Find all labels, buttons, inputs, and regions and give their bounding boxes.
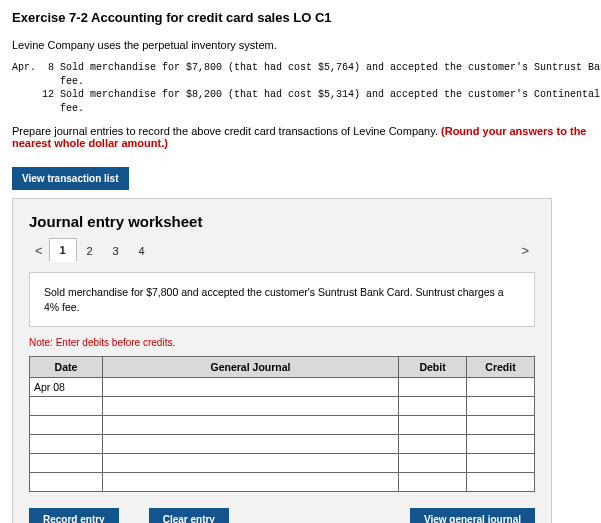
col-debit: Debit bbox=[399, 357, 467, 378]
debit-input[interactable] bbox=[399, 454, 466, 472]
instructions: Prepare journal entries to record the ab… bbox=[12, 125, 589, 149]
gj-input[interactable] bbox=[103, 416, 398, 434]
credit-input[interactable] bbox=[467, 397, 534, 415]
next-entry-button[interactable]: > bbox=[515, 243, 535, 258]
gj-input[interactable] bbox=[103, 454, 398, 472]
debit-input[interactable] bbox=[399, 473, 466, 491]
debit-input[interactable] bbox=[399, 378, 466, 396]
date-input[interactable] bbox=[30, 378, 102, 396]
credit-input[interactable] bbox=[467, 435, 534, 453]
table-row bbox=[30, 378, 535, 397]
tab-2[interactable]: 2 bbox=[77, 239, 103, 262]
date-input[interactable] bbox=[30, 416, 102, 434]
gj-input[interactable] bbox=[103, 397, 398, 415]
debit-input[interactable] bbox=[399, 416, 466, 434]
tab-bar: < 1 2 3 4 > bbox=[29, 238, 535, 262]
worksheet-buttons: Record entry Clear entry View general jo… bbox=[29, 508, 535, 523]
table-row bbox=[30, 416, 535, 435]
debit-input[interactable] bbox=[399, 435, 466, 453]
credit-input[interactable] bbox=[467, 473, 534, 491]
tab-4[interactable]: 4 bbox=[129, 239, 155, 262]
clear-entry-button[interactable]: Clear entry bbox=[149, 508, 229, 523]
view-general-journal-button[interactable]: View general journal bbox=[410, 508, 535, 523]
col-date: Date bbox=[30, 357, 103, 378]
intro-text: Levine Company uses the perpetual invent… bbox=[12, 39, 589, 51]
debit-input[interactable] bbox=[399, 397, 466, 415]
transaction-description: Sold merchandise for $7,800 and accepted… bbox=[29, 272, 535, 327]
date-input[interactable] bbox=[30, 473, 102, 491]
instruction-prefix: Prepare journal entries to record the ab… bbox=[12, 125, 441, 137]
date-input[interactable] bbox=[30, 397, 102, 415]
view-transaction-list-button[interactable]: View transaction list bbox=[12, 167, 129, 190]
transaction-list-text: Apr. 8 Sold merchandise for $7,800 (that… bbox=[12, 61, 589, 115]
page-title: Exercise 7-2 Accounting for credit card … bbox=[12, 10, 589, 25]
worksheet-title: Journal entry worksheet bbox=[29, 213, 535, 230]
col-credit: Credit bbox=[467, 357, 535, 378]
tab-1[interactable]: 1 bbox=[49, 238, 77, 262]
date-input[interactable] bbox=[30, 435, 102, 453]
debits-before-credits-note: Note: Enter debits before credits. bbox=[29, 337, 535, 348]
prev-entry-button[interactable]: < bbox=[29, 243, 49, 258]
table-row bbox=[30, 435, 535, 454]
journal-table: Date General Journal Debit Credit bbox=[29, 356, 535, 492]
credit-input[interactable] bbox=[467, 378, 534, 396]
record-entry-button[interactable]: Record entry bbox=[29, 508, 119, 523]
table-row bbox=[30, 397, 535, 416]
journal-worksheet: Journal entry worksheet < 1 2 3 4 > Sold… bbox=[12, 198, 552, 523]
gj-input[interactable] bbox=[103, 378, 398, 396]
gj-input[interactable] bbox=[103, 473, 398, 491]
table-row bbox=[30, 473, 535, 492]
date-input[interactable] bbox=[30, 454, 102, 472]
gj-input[interactable] bbox=[103, 435, 398, 453]
col-general-journal: General Journal bbox=[103, 357, 399, 378]
credit-input[interactable] bbox=[467, 454, 534, 472]
tab-3[interactable]: 3 bbox=[103, 239, 129, 262]
credit-input[interactable] bbox=[467, 416, 534, 434]
table-row bbox=[30, 454, 535, 473]
